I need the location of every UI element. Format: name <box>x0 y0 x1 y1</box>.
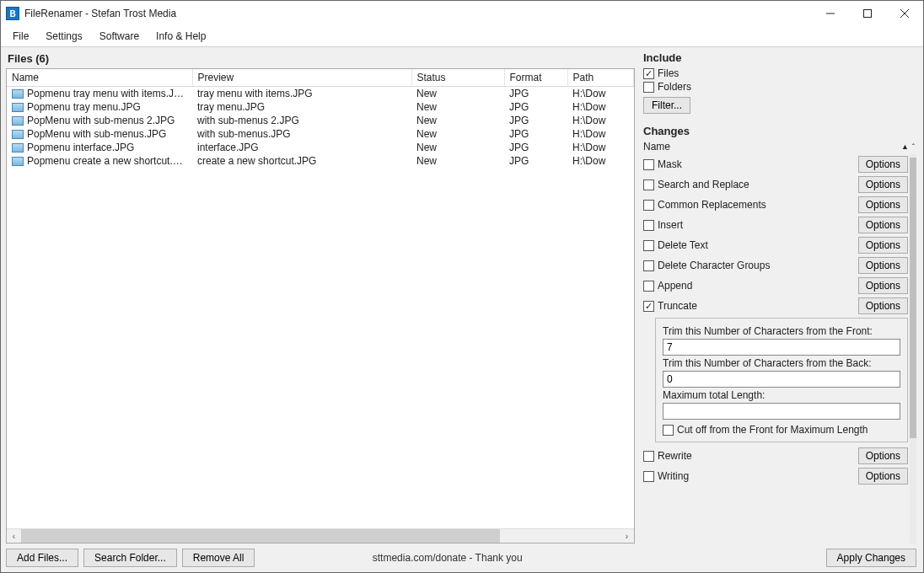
delete-char-groups-checkbox[interactable] <box>643 260 654 271</box>
trim-back-label: Trim this Number of Characters from the … <box>663 356 900 371</box>
close-button[interactable] <box>886 1 923 26</box>
collapse-icon[interactable]: ˆ <box>911 142 916 151</box>
change-common-replacements[interactable]: Common Replacements Options <box>643 195 908 215</box>
change-mask[interactable]: Mask Options <box>643 154 908 174</box>
column-format[interactable]: Format <box>504 69 567 87</box>
file-icon <box>12 130 24 139</box>
file-icon <box>12 157 24 166</box>
title-bar: B FileRenamer - Stefan Trost Media <box>1 1 923 26</box>
apply-changes-button[interactable]: Apply Changes <box>826 549 916 567</box>
file-status: New <box>411 114 504 127</box>
file-name: Popmenu interface.JPG <box>27 142 134 153</box>
scroll-left-icon[interactable]: ‹ <box>7 529 21 544</box>
changes-list: Mask Options Search and Replace Options … <box>643 154 916 544</box>
file-path: H:\Dow <box>567 141 634 154</box>
truncate-checkbox[interactable] <box>643 301 654 312</box>
include-files-row[interactable]: Files <box>643 67 916 80</box>
table-row[interactable]: Popmenu create a new shortcut.JPGcreate … <box>7 154 634 168</box>
trim-front-label: Trim this Number of Characters from the … <box>663 324 900 339</box>
window-title: FileRenamer - Stefan Trost Media <box>24 8 812 19</box>
writing-checkbox[interactable] <box>643 471 654 482</box>
search-folder-button[interactable]: Search Folder... <box>83 549 177 567</box>
change-append[interactable]: Append Options <box>643 276 908 296</box>
change-delete-char-groups[interactable]: Delete Character Groups Options <box>643 255 908 276</box>
files-checkbox[interactable] <box>643 68 654 79</box>
table-row[interactable]: PopMenu with sub-menus 2.JPGwith sub-men… <box>7 114 634 127</box>
right-pane: Include Files Folders Filter... Changes … <box>640 47 923 572</box>
file-icon <box>12 116 24 126</box>
trim-front-input[interactable] <box>663 339 900 356</box>
writing-options-button[interactable]: Options <box>858 468 908 485</box>
add-files-button[interactable]: Add Files... <box>6 549 78 567</box>
column-name[interactable]: Name <box>7 69 192 87</box>
change-search-replace[interactable]: Search and Replace Options <box>643 174 908 195</box>
filter-button[interactable]: Filter... <box>643 97 690 114</box>
horizontal-scrollbar[interactable]: ‹ › <box>7 528 634 543</box>
cutoff-checkbox[interactable] <box>663 425 674 436</box>
file-preview: tray menu with items.JPG <box>192 87 411 101</box>
file-preview: with sub-menus.JPG <box>192 127 411 141</box>
remove-all-button[interactable]: Remove All <box>182 549 255 567</box>
sort-up-icon[interactable]: ▲ <box>900 142 911 151</box>
maximize-button[interactable] <box>849 1 886 26</box>
menu-info-help[interactable]: Info & Help <box>148 28 214 45</box>
vertical-scrollbar[interactable] <box>910 154 916 544</box>
table-row[interactable]: Popmenu interface.JPGinterface.JPGNewJPG… <box>7 141 634 154</box>
file-name: Popmenu create a new shortcut.JPG <box>27 155 192 167</box>
change-truncate[interactable]: Truncate Options <box>643 296 908 316</box>
table-row[interactable]: Popmenu tray menu with items.JPGtray men… <box>7 87 634 101</box>
table-row[interactable]: PopMenu with sub-menus.JPGwith sub-menus… <box>7 127 634 141</box>
insert-checkbox[interactable] <box>643 220 654 231</box>
search-replace-options-button[interactable]: Options <box>858 176 908 193</box>
files-header: Files (6) <box>6 51 635 68</box>
rewrite-options-button[interactable]: Options <box>858 447 908 464</box>
cutoff-row[interactable]: Cut off from the Front for Maximum Lengt… <box>663 423 900 436</box>
column-preview[interactable]: Preview <box>192 69 411 87</box>
insert-options-button[interactable]: Options <box>858 217 908 233</box>
max-length-label: Maximum total Length: <box>663 388 900 403</box>
change-writing[interactable]: Writing Options <box>643 466 908 486</box>
include-folders-row[interactable]: Folders <box>643 80 916 94</box>
main-content: Files (6) Name Preview Status Format Pat… <box>1 47 923 572</box>
common-replacements-checkbox[interactable] <box>643 200 654 211</box>
append-options-button[interactable]: Options <box>858 277 908 294</box>
change-rewrite[interactable]: Rewrite Options <box>643 446 908 466</box>
file-preview: tray menu.JPG <box>192 100 411 114</box>
max-length-input[interactable] <box>663 403 900 420</box>
delete-text-checkbox[interactable] <box>643 240 654 251</box>
file-icon <box>12 103 24 112</box>
file-name: Popmenu tray menu.JPG <box>27 101 141 113</box>
rewrite-checkbox[interactable] <box>643 451 654 462</box>
file-format: JPG <box>504 141 567 154</box>
file-preview: interface.JPG <box>192 141 411 154</box>
mask-checkbox[interactable] <box>643 159 654 170</box>
file-preview: with sub-menus 2.JPG <box>192 114 411 127</box>
file-path: H:\Dow <box>567 87 634 101</box>
file-name: PopMenu with sub-menus 2.JPG <box>27 115 175 126</box>
trim-back-input[interactable] <box>663 371 900 388</box>
changes-name-row: Name ▲ ˆ <box>643 140 916 154</box>
append-checkbox[interactable] <box>643 281 654 292</box>
column-path[interactable]: Path <box>567 69 634 87</box>
file-path: H:\Dow <box>567 114 634 127</box>
menu-software[interactable]: Software <box>91 28 148 45</box>
menu-bar: File Settings Software Info & Help <box>1 26 923 47</box>
column-status[interactable]: Status <box>411 69 504 87</box>
column-header-row: Name Preview Status Format Path <box>7 69 634 87</box>
delete-char-groups-options-button[interactable]: Options <box>858 257 908 274</box>
scroll-right-icon[interactable]: › <box>620 529 634 544</box>
file-format: JPG <box>504 154 567 168</box>
menu-settings[interactable]: Settings <box>37 28 90 45</box>
minimize-button[interactable] <box>812 1 849 26</box>
search-replace-checkbox[interactable] <box>643 179 654 190</box>
mask-options-button[interactable]: Options <box>858 156 908 173</box>
truncate-options-button[interactable]: Options <box>858 297 908 314</box>
delete-text-options-button[interactable]: Options <box>858 237 908 254</box>
table-row[interactable]: Popmenu tray menu.JPGtray menu.JPGNewJPG… <box>7 100 634 114</box>
menu-file[interactable]: File <box>4 28 37 45</box>
common-replacements-options-button[interactable]: Options <box>858 196 908 213</box>
folders-checkbox[interactable] <box>643 82 654 93</box>
change-delete-text[interactable]: Delete Text Options <box>643 235 908 255</box>
change-insert[interactable]: Insert Options <box>643 215 908 235</box>
file-status: New <box>411 87 504 101</box>
